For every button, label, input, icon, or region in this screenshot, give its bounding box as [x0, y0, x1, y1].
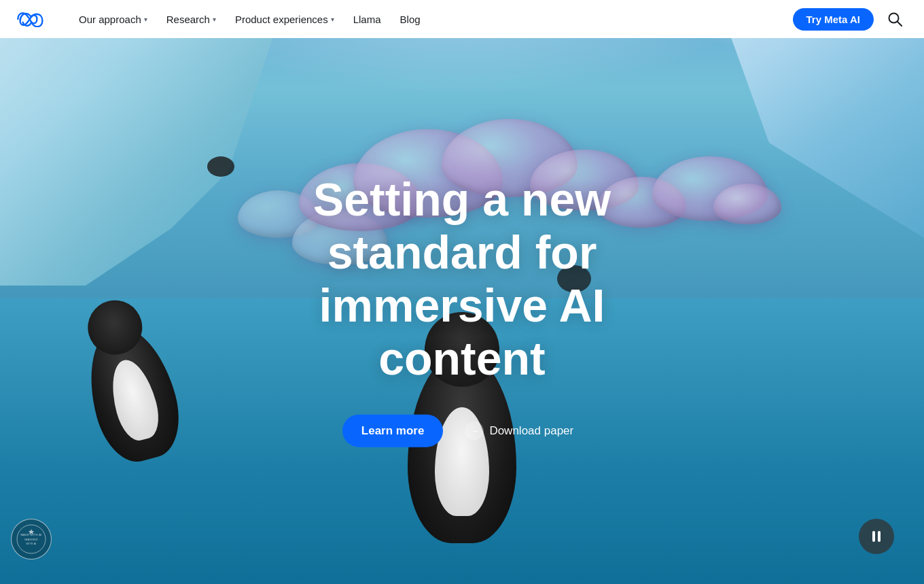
meta-logo-icon	[16, 11, 49, 27]
chevron-down-icon: ▾	[331, 16, 334, 23]
nav-links: Our approach ▾ Research ▾ Product experi…	[71, 8, 793, 31]
search-icon	[887, 12, 902, 27]
hero-actions: Learn more → Download paper	[231, 412, 693, 450]
nav-product-experiences[interactable]: Product experiences ▾	[227, 8, 342, 31]
pause-video-button[interactable]	[859, 519, 894, 554]
chevron-down-icon: ▾	[144, 16, 147, 23]
svg-text:IMAGINED: IMAGINED	[24, 538, 38, 541]
nav-our-approach[interactable]: Our approach ▾	[71, 8, 156, 31]
hero-title: Setting a new standard for immersive AI …	[231, 172, 693, 385]
hero-content: Setting a new standard for immersive AI …	[231, 172, 693, 450]
try-meta-ai-button[interactable]: Try Meta AI	[793, 8, 874, 31]
nav-research[interactable]: Research ▾	[158, 8, 224, 31]
learn-more-button[interactable]: Learn more	[342, 415, 444, 447]
nav-right: Try Meta AI	[793, 6, 908, 32]
nav-blog[interactable]: Blog	[392, 8, 429, 31]
svg-text:WITH AI: WITH AI	[26, 543, 36, 545]
penguin-small	[207, 156, 234, 177]
svg-line-5	[898, 22, 902, 26]
nav-llama[interactable]: Llama	[345, 8, 389, 31]
search-button[interactable]	[882, 6, 908, 32]
navigation: Our approach ▾ Research ▾ Product experi…	[0, 0, 924, 38]
meta-logo[interactable]	[16, 11, 49, 27]
chevron-down-icon: ▾	[213, 16, 216, 23]
svg-text:MADE WITH AI: MADE WITH AI	[20, 533, 41, 536]
arrow-icon: →	[465, 422, 484, 441]
ai-watermark-icon: MADE WITH AI IMAGINED WITH AI	[16, 523, 47, 555]
download-paper-button[interactable]: → Download paper	[457, 412, 582, 450]
pause-icon	[872, 531, 881, 542]
ai-watermark: MADE WITH AI IMAGINED WITH AI	[11, 519, 54, 562]
hero-section: Setting a new standard for immersive AI …	[0, 0, 924, 584]
